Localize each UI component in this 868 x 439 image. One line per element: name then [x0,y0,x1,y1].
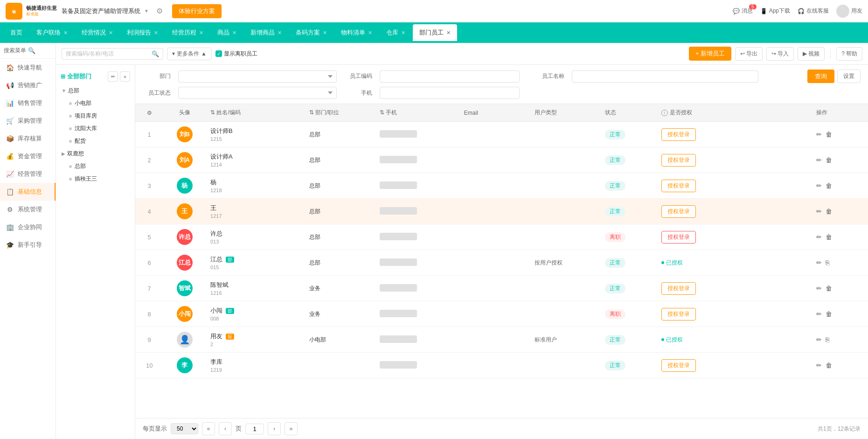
set-button[interactable]: 设置 [837,70,861,83]
edit-icon-1[interactable]: ✏ [816,131,822,138]
tab-process[interactable]: 经营历程 ✕ [166,24,210,41]
delete-icon-7[interactable]: 🗑 [826,285,832,292]
dept-item-zongbu-parent[interactable]: ▼ 总部 [58,84,133,97]
emp-code-filter-input[interactable] [380,70,520,83]
page-number-input[interactable] [245,424,264,434]
add-employee-button[interactable]: + 新增员工 [689,47,731,61]
first-page-button[interactable]: « [202,422,215,435]
tab-customer[interactable]: 客户联络 ✕ [30,24,74,41]
sidebar-item-sales[interactable]: 📊 销售管理 [0,94,56,112]
tab-customer-close[interactable]: ✕ [63,30,68,36]
online-service-button[interactable]: 🎧 在线客服 [798,7,829,15]
auth-button-5[interactable]: 授权登录 [661,231,696,244]
search-input[interactable] [66,50,150,57]
tab-operation[interactable]: 经营情况 ✕ [75,24,119,41]
dept-item-xiaodian[interactable]: 小电部 [65,97,133,110]
sidebar-item-basic-info[interactable]: 📋 基础信息 [0,183,56,201]
help-button[interactable]: ? 帮助 [836,47,862,61]
tab-new-goods-close[interactable]: ✕ [278,30,282,36]
dept-edit-icon[interactable]: ✏ [108,71,118,82]
auth-button-8[interactable]: 授权登录 [661,308,696,321]
last-page-button[interactable]: » [285,422,298,435]
app-download-button[interactable]: 📱 App下载 [760,7,790,15]
dept-item-chenmiao[interactable]: 插秧王三 [65,173,133,185]
status-filter-select[interactable] [178,87,337,99]
tab-profit-close[interactable]: ✕ [154,30,158,36]
edit-icon-8[interactable]: ✏ [816,310,822,318]
sidebar-item-quick-nav[interactable]: 🏠 快速导航 [0,59,56,77]
sidebar-item-system[interactable]: ⚙ 系统管理 [0,201,56,218]
query-button[interactable]: 查询 [807,70,834,83]
delete-icon-5[interactable]: 🗑 [826,233,832,241]
delete-icon-3[interactable]: 🗑 [826,182,832,189]
tab-material-close[interactable]: ✕ [368,30,372,36]
copy-icon-9[interactable]: ⎘ [826,336,829,343]
dept-filter-select[interactable] [178,70,337,83]
delete-icon-2[interactable]: 🗑 [826,156,832,164]
dept-item-zongbu2[interactable]: 总部 [65,160,133,173]
sidebar-search-icon[interactable]: 🔍 [28,47,35,54]
auth-button-2[interactable]: 授权登录 [661,154,696,167]
sidebar-item-marketing[interactable]: 📢 营销推广 [0,77,56,94]
tab-department-close[interactable]: ✕ [446,30,451,36]
sidebar-item-operation-mgr[interactable]: 📈 经营管理 [0,165,56,183]
tab-goods[interactable]: 商品 ✕ [211,24,243,41]
edit-icon-5[interactable]: ✏ [816,233,822,241]
sidebar-item-purchase[interactable]: 🛒 采购管理 [0,112,56,130]
auth-button-1[interactable]: 授权登录 [661,128,696,141]
edit-icon-7[interactable]: ✏ [816,285,822,292]
sidebar-item-inventory[interactable]: 📦 库存核算 [0,130,56,147]
dept-item-shenyang[interactable]: 沈阳大库 [65,122,133,135]
gear-icon[interactable]: ⚙ [156,7,163,15]
tab-home[interactable]: 首页 [4,24,29,41]
per-page-select[interactable]: 50 20 100 [171,423,198,434]
tab-material[interactable]: 物料清单 ✕ [334,24,379,41]
dept-item-shuanglun[interactable]: ▶ 双鹿想 [58,147,133,160]
tab-goods-close[interactable]: ✕ [232,30,236,36]
sidebar-item-guide[interactable]: 🎓 新手引导 [0,236,56,254]
tab-warehouse-close[interactable]: ✕ [401,30,405,36]
th-name-code[interactable]: ⇅ 姓名/编码 [206,104,304,122]
sidebar-item-enterprise[interactable]: 🏢 企业协同 [0,218,56,236]
edit-icon-9[interactable]: ✏ [816,336,822,343]
dept-item-project[interactable]: 项目库房 [65,110,133,122]
tab-barcode-close[interactable]: ✕ [323,30,327,36]
edit-icon-10[interactable]: ✏ [816,362,822,369]
th-phone[interactable]: ⇅ 手机 [375,104,459,122]
sidebar-item-finance[interactable]: 💰 资金管理 [0,147,56,165]
delete-icon-10[interactable]: 🗑 [826,362,832,369]
system-dropdown-icon[interactable]: ▼ [144,8,149,14]
import-button[interactable]: ↪ 导入 [766,47,794,61]
emp-name-filter-input[interactable] [572,70,758,83]
auth-button-4[interactable]: 授权登录 [661,205,696,218]
edit-icon-2[interactable]: ✏ [816,156,822,164]
dept-item-distribution[interactable]: 配货 [65,135,133,147]
th-dept-position[interactable]: ⇅ 部门/职位 [305,104,375,122]
search-box-icon[interactable]: 🔍 [152,50,159,57]
edit-icon-6[interactable]: ✏ [816,259,822,266]
tab-warehouse[interactable]: 仓库 ✕ [380,24,412,41]
show-resigned-checkbox[interactable]: ✓ 显示离职员工 [215,50,257,58]
user-menu[interactable]: 用友 [836,5,862,18]
prev-page-button[interactable]: ‹ [219,422,232,435]
phone-filter-input[interactable] [380,87,520,99]
auth-button-3[interactable]: 授权登录 [661,180,696,192]
auth-button-10[interactable]: 授权登录 [661,359,696,372]
th-settings[interactable]: ⚙ [135,104,163,122]
sidebar-search-bar[interactable]: 搜索菜单 🔍 [0,43,56,59]
delete-icon-8[interactable]: 🗑 [826,310,832,318]
edit-icon-3[interactable]: ✏ [816,182,822,189]
tab-operation-close[interactable]: ✕ [109,30,113,36]
export-button[interactable]: ↩ 导出 [735,47,763,61]
delete-icon-4[interactable]: 🗑 [826,208,832,215]
trial-button[interactable]: 体验行业方案 [172,4,222,18]
auth-button-7[interactable]: 授权登录 [661,282,696,295]
tab-process-close[interactable]: ✕ [199,30,203,36]
search-box[interactable]: 🔍 [62,48,163,60]
tab-profit[interactable]: 利润报告 ✕ [120,24,165,41]
delete-icon-1[interactable]: 🗑 [826,131,832,138]
more-filter-button[interactable]: ▾ 更多条件 ▲ [167,48,212,60]
dept-collapse-icon[interactable]: « [120,71,130,82]
next-page-button[interactable]: › [268,422,281,435]
messages-button[interactable]: 💬 消息 5 [733,7,753,15]
